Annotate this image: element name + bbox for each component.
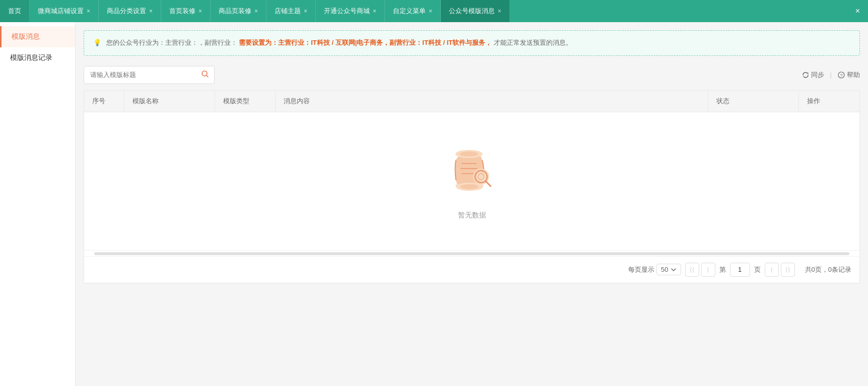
nav-tab-open[interactable]: 开通公众号商城 ×	[316, 0, 385, 22]
notice-prefix: 您的公众号行业为：主营行业：，副营行业：	[106, 39, 237, 46]
nav-tab-theme-label: 店铺主题	[275, 7, 301, 16]
last-page-button[interactable]: ⟩⟩	[781, 263, 795, 277]
sidebar-item-template-record-label: 模版消息记录	[10, 53, 52, 61]
toolbar-right: 同步 | ? 帮助	[802, 70, 860, 80]
page-size-value: 50	[661, 266, 668, 273]
help-button[interactable]: ? 帮助	[838, 70, 860, 80]
notice-box: 💡 您的公众号行业为：主营行业：，副营行业： 需要设置为：主营行业：IT科技 /…	[84, 30, 860, 56]
scrollbar-area[interactable]	[84, 250, 859, 256]
lightbulb-icon: 💡	[93, 38, 101, 48]
help-label: 帮助	[847, 70, 860, 80]
nav-tab-menu-label: 自定义菜单	[393, 7, 426, 16]
nav-tab-weishop[interactable]: 微商城店铺设置 ×	[30, 0, 99, 22]
svg-text:?: ?	[840, 73, 842, 78]
prev-page-button[interactable]: ⟨	[701, 263, 715, 277]
nav-tab-product[interactable]: 商品页装修 ×	[211, 0, 266, 22]
nav-tab-menu[interactable]: 自定义菜单 ×	[385, 0, 441, 22]
nav-tab-category[interactable]: 商品分类设置 ×	[99, 0, 161, 22]
close-template-btn[interactable]: ×	[498, 8, 501, 15]
page-nav: ⟨⟨ ⟨ 第 页 ⟩ ⟩⟩	[685, 263, 795, 277]
total-info: 共0页，0条记录	[805, 265, 851, 274]
page-label: 第	[719, 265, 726, 274]
svg-line-1	[207, 75, 208, 77]
pagination: 每页显示 50 ⟨⟨ ⟨ 第 页 ⟩ ⟩⟩	[84, 256, 859, 283]
svg-line-14	[486, 181, 491, 186]
nav-tab-home-label: 首页	[8, 7, 21, 16]
sync-button[interactable]: 同步	[802, 70, 824, 80]
close-homepage-btn[interactable]: ×	[198, 8, 202, 15]
sidebar: 模版消息 模版消息记录	[0, 22, 76, 386]
empty-text: 暂无数据	[458, 211, 486, 220]
nav-tab-homepage[interactable]: 首页装修 ×	[161, 0, 211, 22]
content-area: 💡 您的公众号行业为：主营行业：，副营行业： 需要设置为：主营行业：IT科技 /…	[76, 22, 868, 386]
col-header-status: 状态	[708, 91, 799, 112]
nav-tab-theme[interactable]: 店铺主题 ×	[266, 0, 316, 22]
sidebar-item-template-label: 模版消息	[12, 32, 40, 40]
sync-label: 同步	[811, 70, 824, 80]
col-header-action: 操作	[799, 91, 859, 112]
empty-state: 暂无数据	[84, 112, 859, 250]
svg-point-6	[460, 151, 478, 157]
search-input-wrap	[84, 66, 215, 84]
nav-tab-weishop-label: 微商城店铺设置	[38, 7, 84, 16]
notice-highlight: 需要设置为：主营行业：IT科技 / 互联网|电子商务，副营行业：IT科技 / I…	[239, 39, 492, 46]
col-header-index: 序号	[84, 91, 124, 112]
next-page-button[interactable]: ⟩	[765, 263, 779, 277]
nav-tab-home[interactable]: 首页	[0, 0, 30, 22]
col-header-content: 消息内容	[276, 91, 708, 112]
scrollbar-track	[94, 252, 849, 255]
page-number-input[interactable]	[730, 263, 750, 277]
close-theme-btn[interactable]: ×	[304, 8, 307, 15]
toolbar-divider: |	[830, 71, 832, 79]
nav-tab-template-label: 公众号模版消息	[449, 7, 495, 16]
close-weishop-btn[interactable]: ×	[87, 8, 90, 15]
svg-point-8	[460, 184, 479, 189]
page-size-label: 每页显示	[628, 265, 654, 274]
close-category-btn[interactable]: ×	[149, 8, 153, 15]
nav-tab-open-label: 开通公众号商城	[324, 7, 370, 16]
close-menu-btn[interactable]: ×	[429, 8, 432, 15]
nav-tab-homepage-label: 首页装修	[169, 7, 195, 16]
search-input[interactable]	[84, 67, 196, 82]
empty-illustration	[442, 142, 502, 203]
notice-suffix: 才能正常发送预置的消息。	[494, 39, 572, 46]
table-header: 序号 模版名称 模版类型 消息内容 状态 操作	[84, 91, 859, 112]
col-header-type: 模版类型	[215, 91, 276, 112]
top-nav: 首页 微商城店铺设置 × 商品分类设置 × 首页装修 × 商品页装修 × 店铺主…	[0, 0, 868, 22]
nav-tab-category-label: 商品分类设置	[107, 7, 146, 16]
close-product-btn[interactable]: ×	[254, 8, 258, 15]
search-icon	[201, 70, 209, 78]
nav-tab-template[interactable]: 公众号模版消息 ×	[441, 0, 510, 22]
nav-tab-product-label: 商品页装修	[219, 7, 251, 16]
search-button[interactable]	[196, 66, 214, 84]
sidebar-item-template[interactable]: 模版消息	[0, 26, 75, 47]
col-header-name: 模版名称	[124, 91, 215, 112]
sync-icon	[802, 71, 809, 79]
close-all-button[interactable]: ×	[847, 7, 868, 16]
close-open-btn[interactable]: ×	[373, 8, 376, 15]
first-page-button[interactable]: ⟨⟨	[685, 263, 699, 277]
page-unit: 页	[754, 265, 761, 274]
chevron-down-icon	[671, 267, 677, 273]
help-icon: ?	[838, 71, 845, 79]
data-table: 序号 模版名称 模版类型 消息内容 状态 操作	[84, 90, 860, 283]
page-size-select: 每页显示 50	[628, 264, 681, 275]
main-layout: 模版消息 模版消息记录 💡 您的公众号行业为：主营行业：，副营行业： 需要设置为…	[0, 22, 868, 386]
sidebar-item-template-record[interactable]: 模版消息记录	[0, 47, 75, 68]
search-bar: 同步 | ? 帮助	[84, 66, 860, 84]
page-size-dropdown[interactable]: 50	[656, 264, 681, 275]
